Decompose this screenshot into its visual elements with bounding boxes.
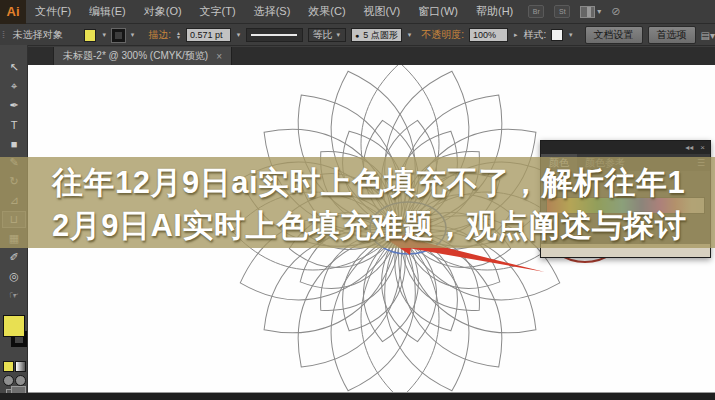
headline-line-1: 往年12月9日ai实时上色填充不了，解析往年1 [52, 161, 715, 204]
type-tool[interactable]: T [2, 116, 26, 133]
chevron-down-icon[interactable]: ▾ [236, 31, 242, 39]
eyedropper-tool[interactable]: ✐ [2, 249, 26, 266]
chevron-down-icon[interactable]: ▾ [101, 31, 107, 39]
menu-type[interactable]: 文字(T) [191, 0, 245, 23]
rectangle-tool[interactable]: ■ [2, 135, 26, 152]
status-bar [0, 393, 715, 400]
brush-definition-dropdown[interactable]: ● 5 点圆形 [351, 28, 402, 42]
close-icon[interactable]: × [216, 51, 222, 62]
selection-status-label: 未选择对象 [13, 28, 63, 42]
control-bar: ⁞⁞ 未选择对象 ▾ ▾ 描边: ▲ ▼ 0.571 pt ▾ 等比 ▾ ● 5… [0, 25, 715, 46]
menu-object[interactable]: 对象(O) [135, 0, 191, 23]
style-label: 样式: [524, 28, 547, 42]
menu-help[interactable]: 帮助(H) [467, 0, 522, 23]
stroke-color-swatch[interactable] [112, 29, 125, 42]
stroke-label: 描边: [148, 28, 171, 42]
blend-tool[interactable]: ◎ [2, 268, 26, 285]
variable-width-preview[interactable] [246, 28, 302, 42]
document-tab-bar: 未标题-2* @ 300% (CMYK/预览) × [0, 47, 715, 65]
preferences-button[interactable]: 首选项 [648, 26, 696, 44]
color-panel-titlebar[interactable]: ◂◂ × [541, 141, 710, 154]
hand-tool[interactable]: ☞ [2, 287, 26, 304]
pen-tool[interactable]: ✒ [2, 97, 26, 114]
app-logo: Ai [0, 0, 26, 24]
chevron-down-icon[interactable]: ▾ [130, 31, 136, 39]
stock-icon[interactable]: St [554, 5, 570, 18]
drag-handle[interactable]: ⁞⁞ [0, 32, 8, 39]
cs-live-icon[interactable]: ⊘ [611, 5, 620, 18]
fill-color-swatch[interactable] [84, 29, 97, 42]
menu-effect[interactable]: 效果(C) [299, 0, 354, 23]
menu-view[interactable]: 视图(V) [355, 0, 410, 23]
opacity-field[interactable]: 100% [469, 28, 508, 42]
chevron-down-icon: ▾ [597, 7, 601, 16]
document-tab-title: 未标题-2* @ 300% (CMYK/预览) [63, 49, 208, 63]
arrange-documents-icon[interactable]: ▾ [580, 6, 601, 18]
gradient-button[interactable] [15, 361, 26, 372]
more-options-icon[interactable]: ▤▾ [701, 30, 715, 41]
chevron-down-icon: ▾ [336, 31, 342, 39]
menu-bar: Ai 文件(F) 编辑(E) 对象(O) 文字(T) 选择(S) 效果(C) 视… [0, 0, 715, 24]
brush-dot-icon: ● [355, 32, 359, 39]
close-icon[interactable]: × [700, 143, 705, 152]
menu-edit[interactable]: 编辑(E) [80, 0, 135, 23]
stroke-weight-stepper[interactable]: ▲ ▼ [176, 31, 181, 39]
magic-wand-tool[interactable]: ⌖ [2, 78, 26, 95]
menu-select[interactable]: 选择(S) [245, 0, 300, 23]
illustrator-window: Ai 文件(F) 编辑(E) 对象(O) 文字(T) 选择(S) 效果(C) 视… [0, 0, 715, 400]
stroke-weight-field[interactable]: 0.571 pt [186, 28, 231, 42]
chevron-down-icon[interactable]: ▾ [568, 31, 574, 39]
headline-overlay: 往年12月9日ai实时上色填充不了，解析往年1 2月9日AI实时上色填充难题，观… [0, 157, 715, 248]
color-button[interactable] [3, 361, 14, 372]
draw-behind-icon[interactable] [15, 375, 26, 386]
opacity-flyout-icon[interactable]: ▸ [513, 31, 519, 39]
headline-line-2: 2月9日AI实时上色填充难题，观点阐述与探讨 [52, 204, 715, 247]
selection-tool[interactable]: ↖ [2, 59, 26, 76]
opacity-label: 不透明度: [421, 28, 464, 42]
menu-window[interactable]: 窗口(W) [409, 0, 467, 23]
bridge-icon[interactable]: Br [528, 5, 544, 18]
document-setup-button[interactable]: 文档设置 [585, 26, 643, 44]
fill-swatch[interactable] [3, 315, 25, 337]
chevron-down-icon[interactable]: ▾ [407, 31, 413, 39]
document-tab[interactable]: 未标题-2* @ 300% (CMYK/预览) × [54, 47, 232, 65]
style-swatch[interactable] [551, 29, 563, 41]
collapse-icon[interactable]: ◂◂ [685, 143, 693, 152]
draw-normal-icon[interactable] [3, 375, 14, 386]
menu-file[interactable]: 文件(F) [26, 0, 80, 23]
width-profile-dropdown[interactable]: 等比 ▾ [308, 28, 347, 42]
